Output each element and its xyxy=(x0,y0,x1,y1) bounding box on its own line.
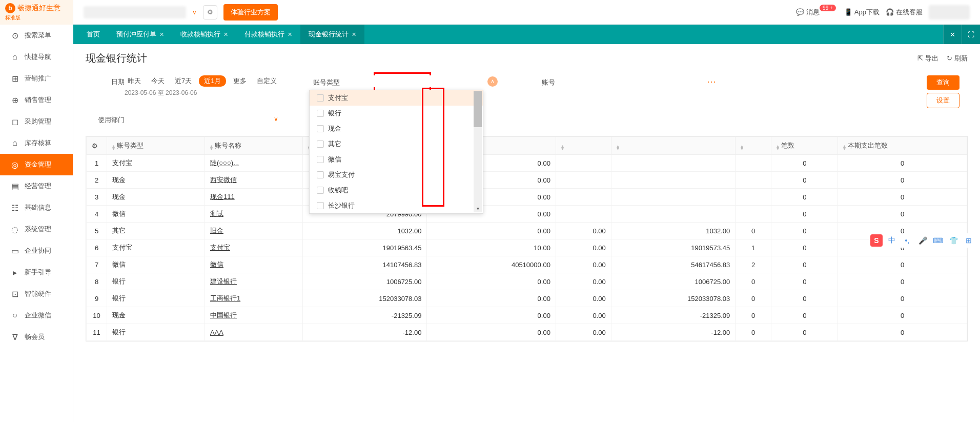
checkbox[interactable] xyxy=(317,110,324,117)
column-header[interactable]: ▴▾ xyxy=(611,137,736,155)
sort-icon[interactable]: ▴▾ xyxy=(112,145,115,150)
sort-icon[interactable]: ▴▾ xyxy=(210,145,213,150)
tab-0[interactable]: 首页 xyxy=(78,25,108,44)
cell-name[interactable]: 旧金 xyxy=(205,223,302,239)
app-download-link[interactable]: 📱 App下载 xyxy=(844,8,880,17)
nav-item-14[interactable]: ∇畅会员 xyxy=(0,326,73,348)
dropdown-option[interactable]: 收钱吧 xyxy=(310,183,483,198)
checkbox[interactable] xyxy=(317,187,324,194)
gear-column[interactable]: ⚙ xyxy=(87,137,107,155)
chevron-down-icon[interactable]: ∨ xyxy=(192,9,197,16)
dropdown-option[interactable]: 其它 xyxy=(310,136,483,152)
account-type-input[interactable] xyxy=(344,75,487,87)
cell-name[interactable]: 现金111 xyxy=(205,189,302,206)
column-header[interactable]: ▴▾笔数 xyxy=(771,137,838,155)
dropdown-scrollbar[interactable]: ▾ xyxy=(474,91,482,212)
column-header[interactable]: ▴▾账号类型 xyxy=(107,137,205,155)
checkbox[interactable] xyxy=(317,140,324,148)
tab-close-icon[interactable]: ✕ xyxy=(288,31,292,38)
nav-item-5[interactable]: ⌂库存核算 xyxy=(0,132,73,154)
account-input[interactable] xyxy=(559,75,703,87)
tab-3[interactable]: 付款核销执行✕ xyxy=(236,25,300,44)
user-avatar[interactable] xyxy=(929,5,970,19)
ime-skin-icon[interactable]: 👕 xyxy=(947,234,959,247)
cell-name[interactable]: 建设银行 xyxy=(205,273,302,290)
dropdown-option[interactable]: 微信 xyxy=(310,152,483,167)
checkbox[interactable] xyxy=(317,202,324,209)
tab-1[interactable]: 预付冲应付单✕ xyxy=(108,25,172,44)
ime-punct-icon[interactable]: •, xyxy=(901,234,913,247)
cell-name[interactable]: AAA xyxy=(205,324,302,341)
checkbox[interactable] xyxy=(317,94,324,102)
dropdown-option[interactable]: 现金 xyxy=(310,121,483,136)
date-opt-4[interactable]: 更多 xyxy=(230,75,250,87)
ime-mic-icon[interactable]: 🎤 xyxy=(916,234,929,247)
dropdown-option[interactable]: 银行 xyxy=(310,106,483,121)
checkbox[interactable] xyxy=(317,171,324,178)
dropdown-option[interactable]: 易宝支付 xyxy=(310,167,483,183)
nav-item-11[interactable]: ▸新手引导 xyxy=(0,262,73,283)
sort-icon[interactable]: ▴▾ xyxy=(617,145,619,150)
checkbox[interactable] xyxy=(317,156,324,163)
column-header[interactable]: ▴▾账号名称 xyxy=(205,137,302,155)
dropdown-option[interactable]: 支付宝 xyxy=(310,90,483,106)
cell-name[interactable]: 支付宝 xyxy=(205,239,302,256)
company-selector[interactable] xyxy=(84,6,186,18)
nav-item-0[interactable]: ⊙搜索菜单 xyxy=(0,25,73,46)
nav-item-9[interactable]: ◌系统管理 xyxy=(0,218,73,240)
date-opt-5[interactable]: 自定义 xyxy=(254,75,280,87)
nav-item-6[interactable]: ◎资金管理 xyxy=(0,154,73,175)
ime-menu-icon[interactable]: ⊞ xyxy=(963,234,975,247)
cell-name[interactable]: 测试 xyxy=(205,206,302,223)
column-header[interactable]: ▴▾ xyxy=(556,137,611,155)
collapse-icon[interactable]: ∧ xyxy=(487,76,498,87)
ime-keyboard-icon[interactable]: ⌨ xyxy=(932,234,944,247)
cell-name[interactable]: 西安微信 xyxy=(205,172,302,189)
nav-item-13[interactable]: ○企业微信 xyxy=(0,305,73,326)
export-button[interactable]: ⇱导出 xyxy=(917,54,938,63)
sort-icon[interactable]: ▴▾ xyxy=(777,145,779,150)
sort-icon[interactable]: ▴▾ xyxy=(741,145,743,150)
nav-item-7[interactable]: ▤经营管理 xyxy=(0,175,73,197)
date-opt-3[interactable]: 近1月 xyxy=(199,75,226,87)
date-opt-1[interactable]: 今天 xyxy=(148,75,168,87)
dropdown-option[interactable]: 长沙银行 xyxy=(310,198,483,213)
query-button[interactable]: 查询 xyxy=(927,75,959,90)
tab-close-icon[interactable]: ✕ xyxy=(352,31,356,38)
date-opt-2[interactable]: 近7天 xyxy=(172,75,195,87)
trial-button[interactable]: 体验行业方案 xyxy=(223,4,278,21)
cell-name[interactable]: 工商银行1 xyxy=(205,290,302,307)
ime-lang-icon[interactable]: 中 xyxy=(886,234,898,247)
scrollbar-thumb[interactable] xyxy=(474,91,482,127)
tab-close-icon[interactable]: ✕ xyxy=(159,31,164,38)
cell-name[interactable]: 陡(○○○)... xyxy=(205,155,302,172)
column-header[interactable]: ▴▾本期支出笔数 xyxy=(838,137,967,155)
nav-item-8[interactable]: ☷基础信息 xyxy=(0,197,73,218)
customer-service-link[interactable]: 🎧 在线客服 xyxy=(886,8,923,17)
tab-2[interactable]: 收款核销执行✕ xyxy=(172,25,236,44)
nav-item-2[interactable]: ⊞营销推广 xyxy=(0,68,73,89)
date-opt-0[interactable]: 昨天 xyxy=(125,75,144,87)
tab-close-icon[interactable]: ✕ xyxy=(223,31,228,38)
expand-button[interactable]: ⛶ xyxy=(962,25,980,44)
settings-button[interactable]: ⚙ xyxy=(203,5,217,19)
nav-item-10[interactable]: ▭企业协同 xyxy=(0,240,73,262)
nav-item-1[interactable]: ⌂快捷导航 xyxy=(0,46,73,68)
ime-sogou-icon[interactable]: S xyxy=(870,234,883,247)
refresh-button[interactable]: ↻刷新 xyxy=(947,54,968,63)
column-header[interactable]: ▴▾ xyxy=(736,137,771,155)
sort-icon[interactable]: ▴▾ xyxy=(843,145,846,150)
scroll-down-icon[interactable]: ▾ xyxy=(474,204,482,212)
sort-icon[interactable]: ▴▾ xyxy=(561,145,564,150)
tab-4[interactable]: 现金银行统计✕ xyxy=(300,25,364,44)
nav-item-3[interactable]: ⊕销售管理 xyxy=(0,89,73,111)
nav-item-4[interactable]: ◻采购管理 xyxy=(0,111,73,132)
messages-link[interactable]: 💬 消息 99 + xyxy=(796,8,838,17)
setting-button[interactable]: 设置 xyxy=(927,93,959,108)
nav-item-12[interactable]: ⊡智能硬件 xyxy=(0,283,73,305)
more-dots[interactable]: ⋯ xyxy=(707,76,717,87)
dept-select[interactable]: ∨ xyxy=(125,113,278,125)
checkbox[interactable] xyxy=(317,125,324,132)
cell-name[interactable]: 中国银行 xyxy=(205,307,302,324)
close-tab-button[interactable]: ✕ xyxy=(943,25,962,44)
